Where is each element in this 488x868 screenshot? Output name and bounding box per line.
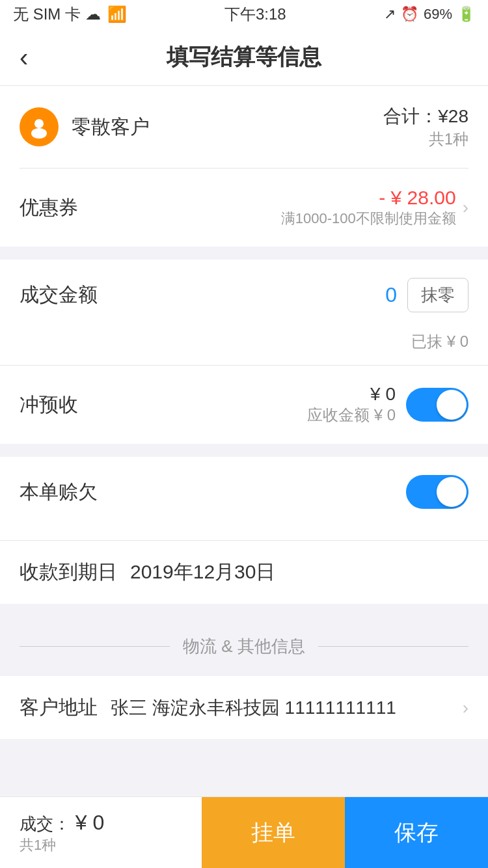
transaction-section: 成交金额 抹零 已抹 ¥ 0 冲预收 ¥ 0 应收金额 ¥ 0	[0, 260, 488, 444]
transaction-amount-input[interactable]	[345, 283, 397, 307]
debt-section: 本单赊欠 收款到期日 2019年12月30日	[0, 457, 488, 604]
total-amount: 合计：¥28	[383, 104, 468, 129]
divider-line-left	[20, 646, 170, 647]
bottom-deal-row: 成交： ¥ 0	[20, 811, 182, 835]
coupon-info: - ¥ 28.00 满1000-100不限制使用金额	[281, 187, 456, 228]
prepayment-row: 冲预收 ¥ 0 应收金额 ¥ 0	[0, 365, 488, 444]
debt-toggle[interactable]	[406, 475, 468, 509]
transaction-label: 成交金额	[20, 282, 98, 308]
nav-bar: ‹ 填写结算等信息	[0, 29, 488, 86]
coupon-right: - ¥ 28.00 满1000-100不限制使用金额 ›	[281, 187, 468, 228]
hang-button[interactable]: 挂单	[202, 797, 345, 869]
prepayment-toggle-knob	[437, 390, 467, 420]
due-date-value: 2019年12月30日	[130, 559, 275, 586]
status-time: 下午3:18	[224, 4, 286, 25]
customer-summary: 合计：¥28 共1种	[383, 104, 468, 150]
svg-point-0	[34, 119, 44, 128]
round-zero-button[interactable]: 抹零	[407, 278, 468, 312]
bottom-deal-label: 成交：	[20, 814, 70, 834]
coupon-label: 优惠券	[20, 195, 78, 221]
debt-row: 本单赊欠	[0, 457, 488, 527]
coupon-row[interactable]: 优惠券 - ¥ 28.00 满1000-100不限制使用金额 ›	[0, 169, 488, 247]
address-value: 张三 海淀永丰科技园 11111111111	[111, 696, 463, 720]
content: 零散客户 合计：¥28 共1种 优惠券 - ¥ 28.00 满1000-100不…	[0, 86, 488, 817]
logistics-label: 物流 & 其他信息	[183, 635, 305, 658]
customer-name: 零散客户	[72, 114, 150, 141]
bottom-info: 成交： ¥ 0 共1种	[0, 811, 202, 855]
chevron-right-icon: ›	[463, 197, 468, 218]
customer-left: 零散客户	[20, 107, 150, 146]
page-title: 填写结算等信息	[167, 42, 321, 72]
back-button[interactable]: ‹	[20, 44, 28, 70]
status-bar: 无 SIM 卡 ☁ 📶 下午3:18 ↗ ⏰ 69% 🔋	[0, 0, 488, 29]
prepayment-info: ¥ 0 应收金额 ¥ 0	[307, 384, 396, 426]
wifi-icon: 📶	[107, 5, 127, 23]
prepayment-label: 冲预收	[20, 392, 78, 418]
bottom-deal-amount: ¥ 0	[75, 811, 104, 834]
due-date-label: 收款到期日	[20, 559, 117, 586]
alarm-icon: ⏰	[401, 6, 418, 23]
svg-point-1	[31, 128, 47, 139]
save-button[interactable]: 保存	[345, 797, 488, 869]
status-left: 无 SIM 卡 ☁ 📶	[13, 4, 127, 25]
debt-label: 本单赊欠	[20, 479, 98, 506]
battery-percent: 69%	[424, 6, 452, 23]
prepayment-amount: ¥ 0	[307, 384, 396, 405]
due-date-row: 收款到期日 2019年12月30日	[0, 540, 488, 604]
customer-row: 零散客户 合计：¥28 共1种	[0, 86, 488, 168]
avatar	[20, 107, 59, 146]
total-count: 共1种	[383, 129, 468, 150]
transaction-right: 抹零	[345, 278, 468, 312]
address-chevron-icon: ›	[463, 698, 468, 718]
prepayment-receivable: 应收金额 ¥ 0	[307, 405, 396, 426]
already-rounded-text: 已抹 ¥ 0	[411, 332, 468, 350]
location-icon: ↗	[384, 6, 396, 23]
coupon-amount: - ¥ 28.00	[281, 187, 456, 209]
prepayment-right: ¥ 0 应收金额 ¥ 0	[307, 384, 468, 426]
debt-toggle-knob	[437, 477, 467, 507]
bottom-count: 共1种	[20, 835, 182, 855]
address-label: 客户地址	[20, 694, 98, 721]
coupon-desc: 满1000-100不限制使用金额	[281, 209, 456, 228]
logistics-header: 物流 & 其他信息	[0, 617, 488, 676]
bottom-bar: 成交： ¥ 0 共1种 挂单 保存	[0, 796, 488, 868]
sim-status: 无 SIM 卡 ☁	[13, 4, 101, 25]
battery-icon: 🔋	[457, 6, 475, 23]
divider-line-right	[318, 646, 468, 647]
transaction-row: 成交金额 抹零	[0, 260, 488, 331]
section-gap-1	[0, 604, 488, 617]
customer-section: 零散客户 合计：¥28 共1种 优惠券 - ¥ 28.00 满1000-100不…	[0, 86, 488, 247]
status-right: ↗ ⏰ 69% 🔋	[384, 6, 475, 23]
address-row[interactable]: 客户地址 张三 海淀永丰科技园 11111111111 ›	[0, 676, 488, 739]
prepayment-toggle[interactable]	[406, 388, 468, 422]
